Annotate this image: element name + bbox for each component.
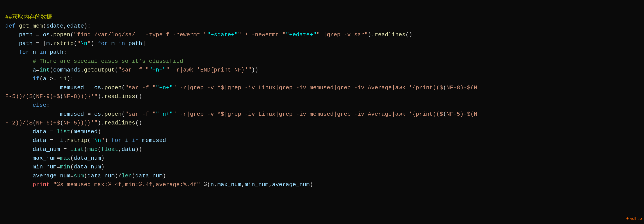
comment-zh: ##获取内存的数据: [5, 14, 52, 20]
function-name: get_mem: [19, 23, 43, 29]
string-find: "find /var/log/sa/ -type f -newermt ": [74, 31, 207, 38]
code-editor: ##获取内存的数据 def get_mem(sdate,edate): path…: [5, 4, 639, 189]
logo: ✦ vulhub: [626, 216, 642, 222]
logo-text: vulhub: [630, 216, 642, 221]
keyword-def: def: [5, 23, 16, 29]
var-path: path: [19, 31, 32, 38]
